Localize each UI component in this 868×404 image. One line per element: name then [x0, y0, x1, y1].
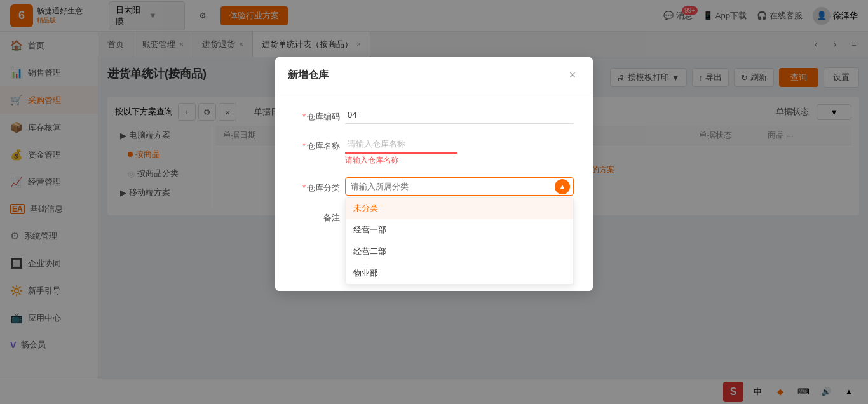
modal-body: 仓库编码 仓库名称 请输入仓库名称 仓库分类 ▲ [275, 93, 593, 249]
dropdown-item-dept2[interactable]: 经营二部 [346, 241, 573, 262]
category-input[interactable] [345, 177, 574, 196]
name-label: 仓库名称 [294, 135, 345, 152]
category-input-wrap: ▲ 未分类 经营一部 经营二部 物业部 [345, 177, 574, 196]
modal-close-button[interactable]: × [565, 67, 580, 83]
category-label: 仓库分类 [294, 177, 345, 194]
modal-header: 新增仓库 × [275, 57, 593, 93]
form-row-name: 仓库名称 请输入仓库名称 [294, 135, 574, 166]
modal-overlay: 新增仓库 × 仓库编码 仓库名称 请输入仓库名称 [0, 0, 868, 404]
notes-label: 备注 [294, 207, 345, 224]
new-warehouse-modal: 新增仓库 × 仓库编码 仓库名称 请输入仓库名称 [275, 57, 593, 291]
category-dropdown: 未分类 经营一部 经营二部 物业部 [345, 197, 574, 285]
name-error-msg: 请输入仓库名称 [345, 155, 457, 166]
name-input[interactable] [345, 135, 457, 154]
dropdown-item-dept3[interactable]: 物业部 [346, 262, 573, 284]
form-row-code: 仓库编码 [294, 106, 574, 124]
modal-title: 新增仓库 [288, 69, 329, 82]
dropdown-item-unclassified[interactable]: 未分类 [346, 198, 573, 219]
category-toggle-icon[interactable]: ▲ [555, 179, 570, 194]
dropdown-item-dept1[interactable]: 经营一部 [346, 219, 573, 241]
code-input[interactable] [345, 106, 574, 124]
form-row-category: 仓库分类 ▲ 未分类 经营一部 经营二部 物业部 [294, 177, 574, 196]
code-label: 仓库编码 [294, 106, 345, 123]
